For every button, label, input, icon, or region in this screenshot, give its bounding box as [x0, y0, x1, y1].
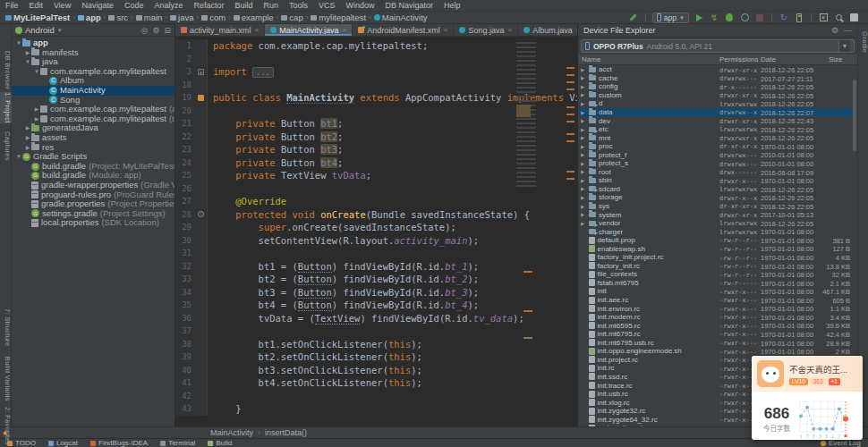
scrollbar[interactable]: [853, 80, 856, 151]
tree-item-com-example-cap-mylitepaltest[interactable]: ▼com.example.cap.mylitepaltest: [12, 67, 174, 77]
editor-breadcrumb-insertdata[interactable]: insertData(): [265, 428, 307, 437]
column-header-name[interactable]: Name: [582, 55, 600, 63]
expand-arrow-icon[interactable]: ▶: [581, 67, 586, 72]
tree-expand-arrow[interactable]: ▼: [33, 67, 40, 77]
file-row-default-prop[interactable]: default.prop-rw-r--r--1970-01-01 08:0038…: [578, 236, 857, 245]
close-icon[interactable]: ×: [444, 26, 448, 34]
expand-arrow-icon[interactable]: ▶: [581, 92, 586, 97]
hide-panel-icon[interactable]: —: [844, 26, 852, 35]
expand-arrow-icon[interactable]: ▶: [581, 161, 586, 166]
breadcrumb-item-main[interactable]: main: [136, 13, 163, 22]
menu-edit[interactable]: Edit: [24, 1, 49, 10]
menu-code[interactable]: Code: [119, 1, 149, 10]
statusbar-event-log[interactable]: Event Log: [821, 439, 861, 447]
tab-album-java[interactable]: Album.java×: [518, 24, 586, 36]
chevron-down-icon[interactable]: ▼: [57, 28, 63, 33]
override-marker-icon[interactable]: ↑: [198, 211, 204, 217]
tree-item-local-properties-sdk-location[interactable]: local.properties(SDK Location): [12, 218, 174, 228]
file-row-init-mt6795-rc[interactable]: init.mt6795.rc-rwxr-x---1970-01-01 08:00…: [578, 330, 857, 339]
statusbar-logcat[interactable]: Logcat: [48, 439, 78, 447]
close-icon[interactable]: ×: [507, 26, 512, 34]
breadcrumb-item-cap[interactable]: cap: [281, 13, 302, 22]
stop-button[interactable]: [754, 13, 765, 23]
expand-arrow-icon[interactable]: ▶: [581, 127, 586, 132]
file-row-system[interactable]: ▶systemdrwxr-xr-x2017-10-01 05:13: [578, 210, 857, 219]
debug-button[interactable]: [724, 13, 735, 23]
file-row-enableswap-sh[interactable]: enableswap.sh-rw-r--r--1970-01-01 08:001…: [578, 244, 857, 253]
file-row-protect-f[interactable]: ▶protect_fdrwxrwx---2010-01-01 08:00: [578, 150, 857, 159]
apply-changes-button[interactable]: ↯: [709, 13, 719, 23]
expand-arrow-icon[interactable]: ▶: [581, 135, 586, 140]
tree-item-mainactivity[interactable]: CMainActivity: [12, 86, 174, 96]
menu-vcs[interactable]: VCS: [313, 1, 341, 10]
file-row-init-modem-rc[interactable]: init.modem.rc-rwxr-x---1970-01-01 08:003…: [578, 313, 857, 322]
file-row-init-oppo-engineermode-sh[interactable]: init.oppo.engineermode.sh-rwxr-x---1970-…: [578, 347, 857, 356]
file-row-d[interactable]: ▶dlrwxrwxrwx2018-12-26 22:05: [578, 99, 857, 108]
file-row-data[interactable]: ▶datadrwxrwx--x2018-12-26 22:07: [578, 108, 857, 117]
editor-breadcrumb-mainactivity[interactable]: MainActivity: [210, 428, 253, 437]
expand-arrow-icon[interactable]: ▶: [581, 101, 586, 106]
expand-arrow-icon[interactable]: ▶: [581, 221, 586, 226]
file-row-storage[interactable]: ▶storagedrwxr-x--x2018-12-26 22:05: [578, 193, 857, 202]
tool-button-7-structure[interactable]: 7: Structure: [0, 308, 12, 346]
search-everywhere-icon[interactable]: [833, 13, 844, 23]
close-icon[interactable]: ×: [255, 26, 260, 34]
sdk-manager-icon[interactable]: ▼: [818, 13, 829, 23]
word-count-popup[interactable]: 不舍天真的王... LV10363+1 686 今日字数 1755517: [752, 356, 863, 440]
menu-help[interactable]: Help: [438, 1, 466, 10]
file-row-file-contexts[interactable]: file_contexts-rw-r--r--1970-01-01 08:003…: [578, 270, 857, 279]
tree-expand-arrow[interactable]: ▼: [24, 57, 31, 67]
breadcrumb-item-mainactivity[interactable]: MainActivity: [374, 13, 428, 22]
column-header-permissions[interactable]: Permissions: [719, 55, 759, 63]
breadcrumb-item-src[interactable]: src: [108, 13, 128, 22]
expand-arrow-icon[interactable]: ▶: [581, 195, 586, 200]
chevron-down-icon[interactable]: ▼: [838, 40, 850, 52]
tree-expand-arrow[interactable]: ▶: [33, 114, 40, 124]
file-row-acct[interactable]: ▶acctdrwxr-xr-x2018-12-26 22:05: [578, 65, 857, 74]
breadcrumb-item-java[interactable]: java: [170, 13, 193, 22]
profile-button[interactable]: [739, 13, 750, 23]
file-row-init-mt6795-usb-rc[interactable]: init.mt6795.usb.rc-rwxr-x---1970-01-01 0…: [578, 339, 857, 348]
tree-expand-arrow[interactable]: ▶: [24, 143, 31, 153]
tree-expand-arrow[interactable]: ▼: [15, 152, 22, 162]
tool-button-2-favorites[interactable]: 2: Favorites: [0, 407, 12, 445]
statusbar-terminal[interactable]: Terminal: [160, 439, 195, 447]
tree-item-generatedjava[interactable]: ▶generatedJava: [12, 123, 174, 133]
file-row-root[interactable]: ▶rootdrwx------2016-08-08 17:09: [578, 168, 857, 177]
file-row-vendor[interactable]: ▶vendorlrwxrwxrwx2018-12-26 22:05: [578, 219, 857, 228]
statusbar-findbugs-idea[interactable]: FindBugs-IDEA: [90, 439, 148, 447]
tab-song-java[interactable]: Song.java×: [454, 24, 518, 36]
tool-button-db-browser[interactable]: DB Browser: [0, 51, 12, 89]
tree-item-gradle-wrapper-properties-gradle-version[interactable]: gradle-wrapper.properties(Gradle Version…: [12, 181, 174, 190]
code-editor[interactable]: 1package com.example.cap.mylitepaltest;2…: [175, 37, 577, 426]
expand-arrow-icon[interactable]: ▶: [581, 212, 586, 217]
expand-arrow-icon[interactable]: ▶: [581, 110, 586, 115]
settings-gear-icon[interactable]: ⚙: [831, 26, 838, 35]
tab-androidmanifest-xml[interactable]: AndroidManifest.xml×: [353, 24, 454, 36]
file-row-custom[interactable]: ▶customdrwxr-xr-x2018-12-26 22:05: [578, 91, 857, 100]
expand-arrow-icon[interactable]: ▶: [581, 178, 586, 183]
file-row-init-environ-rc[interactable]: init.environ.rc-rwxr-x---1970-01-01 08:0…: [578, 304, 857, 313]
menu-tools[interactable]: Tools: [284, 1, 313, 10]
tool-button-captures[interactable]: Captures: [0, 131, 12, 161]
favorites-star-icon[interactable]: ★: [2, 429, 8, 437]
expand-arrow-icon[interactable]: ▶: [581, 152, 586, 157]
file-row-charger[interactable]: chargerlrwxrwxrwx1970-01-01 08:00: [578, 227, 857, 236]
expand-arrow-icon[interactable]: ▶: [581, 186, 586, 191]
expand-arrow-icon[interactable]: ▶: [581, 84, 586, 89]
menu-run[interactable]: Run: [259, 1, 285, 10]
project-view-selector[interactable]: Android: [25, 25, 55, 35]
device-selector[interactable]: OPPO R7Plus Android 5.0, API 21 ▼: [581, 39, 855, 53]
tool-button-gradle[interactable]: Gradle: [858, 31, 868, 53]
file-row-sys[interactable]: ▶sysdr-xr-xr-x2018-12-26 22:05: [578, 202, 857, 211]
breadcrumb-item-app[interactable]: app: [78, 13, 101, 22]
tab-mainactivity-java[interactable]: MainActivity.java×: [265, 24, 353, 36]
menu-view[interactable]: View: [48, 1, 76, 10]
close-icon[interactable]: ×: [343, 26, 347, 34]
column-header-size[interactable]: Size: [829, 55, 843, 63]
breadcrumb-item-example[interactable]: example: [234, 13, 274, 22]
gradle-wrench-icon[interactable]: [628, 13, 639, 23]
column-header-date[interactable]: Date: [761, 55, 776, 63]
file-row-fstab-mt6795[interactable]: fstab.mt6795-rw-r-----1970-01-01 08:002.…: [578, 279, 857, 288]
tree-item-manifests[interactable]: ▶manifests: [12, 48, 174, 58]
